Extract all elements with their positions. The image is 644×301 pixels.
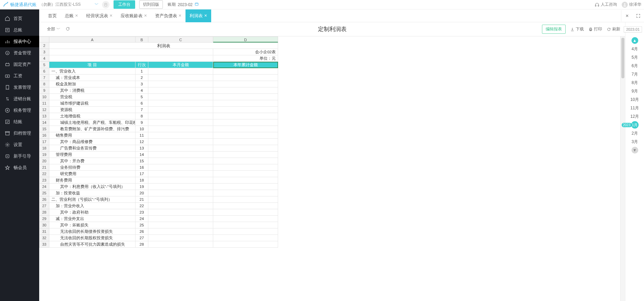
user-name: 徐泽华	[629, 2, 641, 7]
user-menu[interactable]: 徐泽华	[622, 2, 641, 8]
workbench-button[interactable]: 工作台	[114, 0, 135, 9]
svg-rect-3	[195, 3, 198, 6]
avatar-icon	[622, 2, 628, 8]
period-label: 账期	[168, 2, 176, 7]
note-button[interactable]	[102, 1, 109, 8]
tab-利润表[interactable]: 利润表✕	[185, 9, 211, 10]
tab-应收账龄表[interactable]: 应收账龄表✕	[117, 9, 151, 10]
tab-总账[interactable]: 总账✕	[61, 9, 82, 10]
brand: 畅捷通易代账	[3, 2, 39, 8]
top-right: 人工咨询 徐泽华	[595, 2, 641, 8]
accounting-period[interactable]: 账期 2023-02	[168, 2, 199, 7]
period-value: 2023-02	[178, 2, 193, 7]
tab-经营状况表[interactable]: 经营状况表✕	[82, 9, 117, 10]
brand-text: 畅捷通易代账	[10, 2, 36, 8]
calendar-icon	[195, 2, 199, 7]
tab-首页[interactable]: 首页	[44, 9, 61, 10]
company-prefix: （勿删）	[39, 2, 55, 7]
chevron-down-icon: ﹀	[95, 2, 99, 7]
top-bar: 畅捷通易代账 （勿删） 江西股宝-LSS ﹀ 工作台 切到旧版 账期 2023-…	[0, 0, 644, 9]
company-selector[interactable]: （勿删） 江西股宝-LSS ﹀	[39, 2, 100, 7]
tab-资产负债表[interactable]: 资产负债表✕	[151, 9, 185, 10]
svg-rect-6	[598, 5, 599, 6]
note-icon	[104, 3, 108, 7]
company-name: 江西股宝-LSS	[55, 2, 81, 7]
svg-rect-5	[595, 5, 596, 6]
brand-swoosh-icon	[3, 2, 9, 8]
switch-old-button[interactable]: 切到旧版	[139, 0, 163, 9]
consult-label: 人工咨询	[601, 2, 617, 7]
human-consult-link[interactable]: 人工咨询	[595, 2, 617, 7]
headset-icon	[595, 2, 599, 7]
svg-point-7	[624, 3, 625, 5]
